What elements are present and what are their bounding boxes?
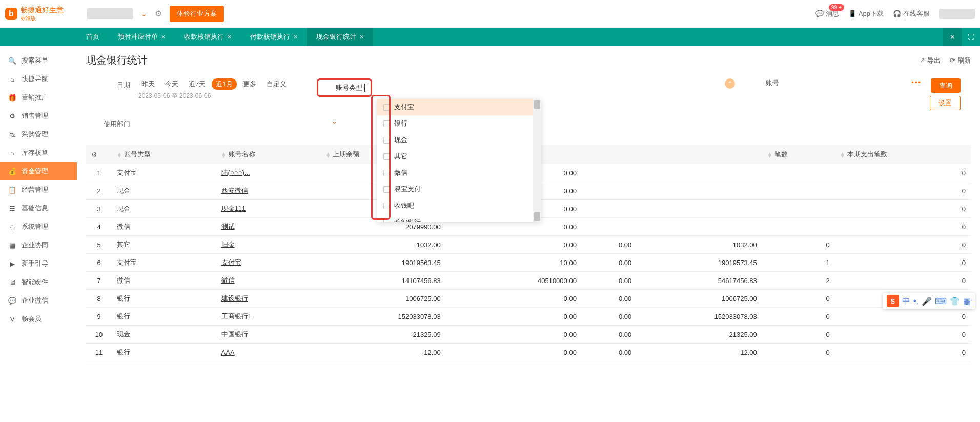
account-name-link[interactable]: 微信 xyxy=(221,276,235,284)
sidebar-item-资金管理[interactable]: 💰资金管理 xyxy=(0,162,77,180)
table-settings-icon[interactable]: ⚙ xyxy=(86,145,112,164)
table-row[interactable]: 7微信微信14107456.8340510000.000.0054617456.… xyxy=(86,272,971,290)
collapse-filter-icon[interactable]: ⌃ xyxy=(725,78,735,89)
user-avatar-blurred[interactable] xyxy=(939,9,975,19)
export-button[interactable]: ↗ 导出 xyxy=(920,56,941,65)
refresh-button[interactable]: ⟳ 刷新 xyxy=(950,56,971,65)
tab-close-icon[interactable]: ✕ xyxy=(293,34,298,41)
dropdown-option-长沙银行[interactable]: 长沙银行 xyxy=(377,214,541,222)
more-filters-icon[interactable]: ••• xyxy=(911,78,922,86)
ime-toolbox-icon[interactable]: ▦ xyxy=(963,296,971,306)
table-row[interactable]: 11银行AAA-12.000.000.00-12.0000 xyxy=(86,344,971,361)
ime-mic-icon[interactable]: 🎤 xyxy=(922,296,932,306)
sidebar-item-基础信息[interactable]: ☰基础信息 xyxy=(0,199,77,217)
table-row[interactable]: 6支付宝支付宝19019563.4510.000.0019019573.4510 xyxy=(86,254,971,272)
account-name-link[interactable]: AAA xyxy=(221,349,235,356)
trial-button[interactable]: 体验行业方案 xyxy=(170,6,224,22)
table-row[interactable]: 9银行工商银行1152033078.030.000.00152033078.03… xyxy=(86,308,971,326)
checkbox[interactable] xyxy=(383,104,390,111)
table-row[interactable]: 10现金中国银行-21325.090.000.00-21325.0900 xyxy=(86,326,971,344)
date-option-自定义[interactable]: 自定义 xyxy=(262,78,291,90)
date-option-近7天[interactable]: 近7天 xyxy=(185,78,210,90)
app-download-link[interactable]: 📱 App下载 xyxy=(848,9,884,18)
sidebar-item-销售管理[interactable]: ⚙销售管理 xyxy=(0,107,77,125)
tab-close-icon[interactable]: ✕ xyxy=(359,34,364,41)
settings-icon[interactable]: ⚙ xyxy=(155,9,162,18)
date-option-昨天[interactable]: 昨天 xyxy=(137,78,159,90)
account-name-link[interactable]: 支付宝 xyxy=(221,258,241,266)
scrollbar-down-icon[interactable] xyxy=(534,212,540,221)
account-name-link[interactable]: 旧金 xyxy=(221,240,235,248)
checkbox[interactable] xyxy=(383,219,390,223)
column-header[interactable]: ▲▼本期支出笔数 xyxy=(835,145,971,164)
close-tab-button[interactable]: ✕ xyxy=(943,28,962,46)
checkbox[interactable] xyxy=(383,186,390,193)
ime-keyboard-icon[interactable]: ⌨ xyxy=(935,296,947,306)
account-name-link[interactable]: 陆(○○○)... xyxy=(221,169,250,176)
account-name-link[interactable]: 工商银行1 xyxy=(221,312,252,320)
account-name-link[interactable]: 中国银行 xyxy=(221,330,248,338)
ime-toolbar[interactable]: S 中 •, 🎤 ⌨ 👕 ▦ xyxy=(883,293,975,309)
tab-close-icon[interactable]: ✕ xyxy=(227,34,232,41)
tab-收款核销执行[interactable]: 收款核销执行✕ xyxy=(175,28,241,46)
date-option-今天[interactable]: 今天 xyxy=(161,78,182,90)
column-header[interactable]: ▲▼账号名称 xyxy=(216,145,321,164)
sidebar-item-快捷导航[interactable]: ⌂快捷导航 xyxy=(0,70,77,88)
dropdown-option-其它[interactable]: 其它 xyxy=(377,148,541,165)
tab-预付冲应付单[interactable]: 预付冲应付单✕ xyxy=(109,28,175,46)
scrollbar-up-icon[interactable] xyxy=(534,100,540,109)
sort-icon[interactable]: ▲▼ xyxy=(117,152,122,157)
checkbox[interactable] xyxy=(383,120,390,127)
ime-skin-icon[interactable]: 👕 xyxy=(950,296,960,306)
dropdown-option-现金[interactable]: 现金 xyxy=(377,132,541,148)
column-header[interactable]: ▲▼账号类型 xyxy=(112,145,216,164)
tab-付款核销执行[interactable]: 付款核销执行✕ xyxy=(241,28,307,46)
dropdown-option-微信[interactable]: 微信 xyxy=(377,165,541,181)
ime-punct-icon[interactable]: •, xyxy=(913,296,918,306)
tab-close-icon[interactable]: ✕ xyxy=(161,34,166,41)
dropdown-option-易宝支付[interactable]: 易宝支付 xyxy=(377,181,541,197)
dropdown-scrollbar-track[interactable] xyxy=(533,99,541,222)
sort-icon[interactable]: ▲▼ xyxy=(325,152,331,157)
sidebar-item-营销推广[interactable]: 🎁营销推广 xyxy=(0,88,77,107)
sort-icon[interactable]: ▲▼ xyxy=(840,152,845,157)
sidebar-item-企业协同[interactable]: ▦企业协同 xyxy=(0,236,77,254)
date-option-更多[interactable]: 更多 xyxy=(239,78,260,90)
sidebar-item-采购管理[interactable]: 🛍采购管理 xyxy=(0,125,77,144)
checkbox[interactable] xyxy=(383,153,390,160)
tab-首页[interactable]: 首页 xyxy=(77,28,109,46)
account-type-input[interactable] xyxy=(372,78,725,94)
account-name-link[interactable]: 测试 xyxy=(221,223,235,230)
ime-lang[interactable]: 中 xyxy=(902,296,910,307)
filter-settings-button[interactable]: 设置 xyxy=(930,96,961,110)
sidebar-item-系统管理[interactable]: ◌系统管理 xyxy=(0,217,77,236)
date-option-近1月[interactable]: 近1月 xyxy=(212,78,237,90)
dropdown-option-收钱吧[interactable]: 收钱吧 xyxy=(377,197,541,214)
checkbox[interactable] xyxy=(383,203,390,209)
column-header[interactable] xyxy=(637,145,762,164)
column-header[interactable]: ▲▼笔数 xyxy=(762,145,835,164)
checkbox[interactable] xyxy=(383,137,390,144)
column-header[interactable] xyxy=(582,145,637,164)
sidebar-item-库存核算[interactable]: ⌂库存核算 xyxy=(0,144,77,162)
account-name-link[interactable]: 现金111 xyxy=(221,205,246,212)
sidebar-item-畅会员[interactable]: V畅会员 xyxy=(0,310,77,328)
query-button[interactable]: 查询 xyxy=(931,78,961,93)
sort-icon[interactable]: ▲▼ xyxy=(767,152,772,157)
account-name-link[interactable]: 建设银行 xyxy=(221,294,248,302)
dropdown-option-支付宝[interactable]: 支付宝 xyxy=(377,99,541,115)
messages-link[interactable]: 💬 消息 99 + xyxy=(815,9,839,18)
dropdown-option-银行[interactable]: 银行 xyxy=(377,115,541,132)
table-row[interactable]: 8银行建设银行1006725.000.000.001006725.0000 xyxy=(86,290,971,308)
support-link[interactable]: 🎧 在线客服 xyxy=(893,9,930,18)
tab-现金银行统计[interactable]: 现金银行统计✕ xyxy=(307,28,373,46)
sidebar-item-智能硬件[interactable]: 🖥智能硬件 xyxy=(0,273,77,291)
org-switch-icon[interactable]: ⌄ xyxy=(141,10,147,18)
table-row[interactable]: 5其它旧金1032.000.000.001032.0000 xyxy=(86,236,971,254)
sidebar-item-企业微信[interactable]: 💬企业微信 xyxy=(0,291,77,310)
fullscreen-button[interactable]: ⛶ xyxy=(962,28,980,46)
sidebar-item-经营管理[interactable]: 📋经营管理 xyxy=(0,180,77,199)
checkbox[interactable] xyxy=(383,170,390,176)
sort-icon[interactable]: ▲▼ xyxy=(221,152,227,157)
dept-select[interactable]: ⌄ xyxy=(137,117,342,125)
